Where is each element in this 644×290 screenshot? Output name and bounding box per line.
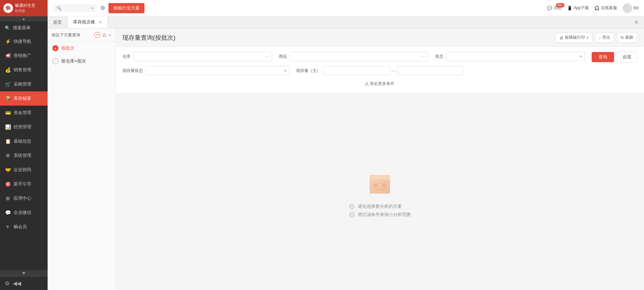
topbar-search-icon: 🔍 bbox=[56, 6, 62, 11]
inventory-amount-to-input[interactable] bbox=[397, 66, 463, 75]
topbar-search-chevron-icon[interactable]: ▾ bbox=[91, 6, 94, 11]
sidebar-item-quick-nav[interactable]: ⚡ 快捷导航 bbox=[0, 34, 48, 49]
scheme-item-by-warehouse-batch[interactable]: ○ 按仓库+批次 bbox=[48, 55, 115, 68]
topbar-online-service[interactable]: 🎧 在线客服 bbox=[594, 5, 617, 11]
scheme-label: 按批次 bbox=[61, 45, 74, 51]
filter-panel: 按以下方案查询 + ⊙ « ● 按批次 ○ 按仓库+批次 bbox=[48, 29, 116, 290]
tabbar: 首页 库存批次账 ✕ ✕ bbox=[48, 16, 644, 29]
inventory-status-select[interactable]: ▾ bbox=[146, 66, 289, 75]
topbar-app-download[interactable]: 📱 App下载 bbox=[567, 5, 589, 11]
inventory-icon: 📦 bbox=[5, 95, 11, 102]
scheme-item-by-batch[interactable]: ● 按批次 bbox=[48, 42, 115, 55]
collapse-panel-icon[interactable]: « bbox=[108, 32, 111, 38]
apps-icon: ⊞ bbox=[5, 195, 11, 201]
query-button[interactable]: 查询 bbox=[592, 52, 614, 62]
topbar-search-input[interactable] bbox=[63, 6, 90, 11]
marketing-icon: 📢 bbox=[5, 53, 11, 59]
empty-tip-2: 2 用过滤条件来缩小分析范围 bbox=[349, 212, 411, 218]
tab-home[interactable]: 首页 bbox=[48, 16, 68, 28]
sidebar-item-purchase[interactable]: 🛒 采购管理 bbox=[0, 77, 48, 91]
sidebar-item-sales[interactable]: 💰 销售管理 bbox=[0, 63, 48, 77]
enterprise-icon: 🤝 bbox=[5, 167, 11, 173]
sidebar-search-label: 搜索菜单 bbox=[13, 25, 31, 31]
topbar-search-box[interactable]: 🔍 ▾ bbox=[53, 4, 97, 12]
product-field: 商品 ··· bbox=[279, 52, 428, 61]
mobile-icon: 📱 bbox=[567, 6, 572, 11]
finance-icon: 💳 bbox=[5, 110, 11, 116]
topbar-user[interactable]: Rit bbox=[623, 3, 639, 13]
inventory-amount-from-input[interactable] bbox=[323, 66, 390, 75]
sidebar-item-management[interactable]: 📊 经营管理 bbox=[0, 120, 48, 134]
sidebar-item-app-center[interactable]: ⊞ 应用中心 bbox=[0, 191, 48, 205]
warehouse-more-icon: ··· bbox=[265, 54, 269, 59]
product-input[interactable]: ··· bbox=[290, 52, 428, 61]
sidebar-item-member[interactable]: V 畅会员 bbox=[0, 220, 48, 234]
wechat-icon: 💬 bbox=[5, 210, 11, 216]
sidebar-item-wechat[interactable]: 💬 企业微信 bbox=[0, 205, 48, 220]
warehouse-input[interactable]: ··· bbox=[133, 52, 272, 61]
tip-2-number: 2 bbox=[349, 212, 355, 218]
sidebar-item-label: 库存核算 bbox=[14, 95, 31, 102]
sidebar-item-guide[interactable]: 🎯 新手引导 bbox=[0, 177, 48, 191]
sidebar: 畅 畅通好生意 标准版 ▲ 🔍 搜索菜单 ⚡ 快捷导航 📢 营销推广 💰 销售管… bbox=[0, 0, 48, 290]
app-logo: 畅 bbox=[3, 3, 13, 13]
experience-button[interactable]: 体验行业方案 bbox=[108, 3, 145, 13]
member-icon: V bbox=[5, 224, 11, 230]
headset-icon: 🎧 bbox=[594, 6, 599, 11]
refresh-button[interactable]: ↻ 刷新 bbox=[617, 33, 637, 42]
product-label: 商品 bbox=[279, 54, 287, 59]
sidebar-item-label: 销售管理 bbox=[14, 67, 31, 73]
collapse-more-button[interactable]: ⋀ 收起更多条件 bbox=[122, 79, 637, 89]
search-form: 仓库 ··· 商品 ··· 状态 bbox=[116, 47, 644, 94]
inventory-amount-field: 现存量（主） — bbox=[296, 66, 463, 75]
sidebar-item-label: 应用中心 bbox=[14, 195, 31, 201]
filter-panel-header: 按以下方案查询 + ⊙ « bbox=[48, 29, 115, 42]
sidebar-item-search[interactable]: 🔍 搜索菜单 bbox=[0, 21, 48, 34]
collapse-sidebar-icon[interactable]: ◀◀ bbox=[13, 280, 21, 287]
sidebar-item-enterprise[interactable]: 🤝 企业协同 bbox=[0, 163, 48, 177]
sidebar-item-label: 采购管理 bbox=[14, 81, 31, 87]
print-button[interactable]: 🖨 按模板打印 ▾ bbox=[556, 33, 592, 42]
sidebar-item-label: 经营管理 bbox=[14, 124, 31, 130]
settings-gear-icon[interactable]: ⚙ bbox=[5, 280, 10, 287]
page-header-actions: 🖨 按模板打印 ▾ ↑ 导出 ↻ 刷新 bbox=[556, 33, 637, 42]
refresh-label: 刷新 bbox=[625, 35, 633, 40]
svg-rect-2 bbox=[370, 179, 390, 194]
sales-icon: 💰 bbox=[5, 67, 11, 73]
sidebar-item-label: 新手引导 bbox=[14, 181, 31, 187]
username-label: Rit bbox=[633, 6, 639, 11]
sidebar-item-finance[interactable]: 💳 资金管理 bbox=[0, 106, 48, 120]
svg-point-4 bbox=[382, 183, 386, 187]
settings-button[interactable]: 设置 bbox=[617, 52, 637, 62]
panel-close-button[interactable]: ✕ bbox=[629, 16, 644, 28]
sidebar-item-marketing[interactable]: 📢 营销推广 bbox=[0, 49, 48, 63]
topbar-gear-icon[interactable]: ⚙ bbox=[100, 5, 105, 11]
sidebar-item-system[interactable]: ⚙ 系统管理 bbox=[0, 148, 48, 163]
topbar-messages[interactable]: 💬 消息 99+ bbox=[547, 5, 562, 11]
status-chevron-icon: ▾ bbox=[580, 54, 582, 59]
tip-1-number: 1 bbox=[349, 203, 355, 210]
sidebar-scroll-down[interactable]: ▼ bbox=[0, 270, 48, 276]
tab-inventory-batch[interactable]: 库存批次账 ✕ bbox=[68, 16, 108, 28]
sidebar-header: 畅 畅通好生意 标准版 bbox=[0, 0, 48, 16]
warehouse-field: 仓库 ··· bbox=[122, 52, 272, 61]
export-button[interactable]: ↑ 导出 bbox=[595, 33, 614, 42]
status-field: 状态 ▾ bbox=[435, 52, 585, 61]
info-icon: 📋 bbox=[5, 138, 11, 144]
print-chevron-icon: ▾ bbox=[587, 35, 589, 40]
tab-close-icon[interactable]: ✕ bbox=[99, 20, 102, 24]
sidebar-item-inventory[interactable]: 📦 库存核算 bbox=[0, 91, 48, 106]
guide-icon: 🎯 bbox=[5, 181, 11, 187]
search-row-1: 仓库 ··· 商品 ··· 状态 bbox=[122, 52, 637, 62]
print-icon: 🖨 bbox=[559, 35, 563, 40]
add-scheme-button[interactable]: + bbox=[94, 32, 100, 38]
app-info: 畅通好生意 标准版 bbox=[15, 3, 35, 13]
sidebar-scroll-up[interactable]: ▲ bbox=[0, 16, 48, 21]
status-select[interactable]: ▾ bbox=[446, 52, 585, 61]
scheme-settings-icon[interactable]: ⊙ bbox=[102, 32, 106, 38]
status-label: 状态 bbox=[435, 54, 443, 59]
sidebar-item-basic-info[interactable]: 📋 基础信息 bbox=[0, 134, 48, 148]
sidebar-item-label: 企业微信 bbox=[14, 210, 31, 216]
messages-badge: 99+ bbox=[556, 3, 564, 7]
sidebar-item-label: 营销推广 bbox=[14, 53, 31, 59]
